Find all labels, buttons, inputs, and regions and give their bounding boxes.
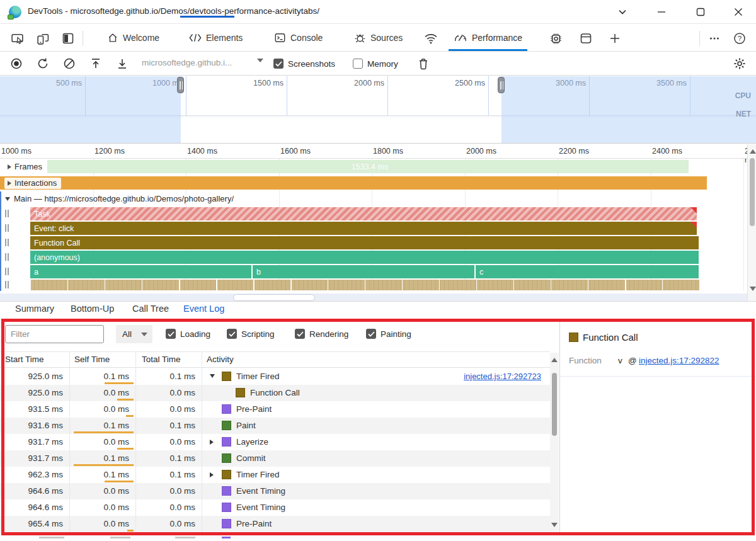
tab-summary[interactable]: Summary [15, 304, 54, 314]
event-log-row[interactable]: 925.0 ms0.1 ms0.1 msTimer Firedinjected.… [0, 368, 550, 385]
event-log-row[interactable]: 931.7 ms0.1 ms0.1 msCommit [0, 450, 550, 467]
tab-welcome[interactable]: Welcome [101, 25, 166, 51]
column-divider[interactable] [202, 351, 202, 532]
column-header-total-time[interactable]: Total Time [142, 355, 181, 364]
tab-sources-label: Sources [370, 33, 403, 43]
column-divider[interactable] [135, 351, 136, 532]
save-profile-button[interactable] [113, 55, 131, 72]
dock-panel-layout-button[interactable] [59, 30, 77, 47]
event-click-bar[interactable]: Event: click [30, 222, 697, 235]
collapsed-arrow-icon[interactable] [210, 440, 214, 445]
device-emulation-button[interactable] [33, 30, 52, 47]
record-button[interactable] [8, 55, 25, 72]
column-header-self-time[interactable]: Self Time [74, 355, 110, 364]
flame-chart[interactable]: 1000 ms1200 ms1400 ms1600 ms1800 ms2000 … [0, 144, 756, 302]
filter-checkbox-scripting[interactable]: Scripting [227, 329, 275, 339]
reload-and-record-button[interactable] [34, 55, 52, 72]
self-time-heat-bar [117, 448, 134, 450]
start-time-cell: 964.6 ms [6, 503, 63, 512]
event-table-scrollbar[interactable] [550, 353, 559, 532]
micro-calls-row[interactable] [30, 280, 699, 290]
event-log-row[interactable]: 965.4 ms0.0 ms0.0 msPre-Paint [0, 516, 550, 532]
function-c-bar[interactable]: c [476, 265, 699, 278]
dock-chevron-button[interactable] [614, 4, 631, 20]
memory-panel-button[interactable] [546, 30, 566, 47]
frame-duration-label: 1533.4 ms [352, 162, 388, 171]
filter-checkbox-painting[interactable]: Painting [366, 329, 411, 339]
collapsed-arrow-icon[interactable] [210, 472, 214, 477]
expanded-arrow-icon[interactable] [210, 374, 215, 378]
self-time-heat-bar [126, 415, 134, 417]
column-divider[interactable] [69, 351, 70, 532]
flame-vertical-scrollbar[interactable] [747, 144, 756, 302]
activity-color-swatch [222, 519, 231, 528]
event-log-row[interactable]: 931.7 ms0.0 ms0.0 msLayerize [0, 434, 550, 450]
source-location-link[interactable]: injected.js:17:292822 [639, 356, 719, 365]
customize-devtools-button[interactable] [704, 30, 724, 47]
scroll-down-icon[interactable] [750, 287, 756, 291]
frames-track-toggle[interactable]: Frames [4, 161, 47, 173]
activity-tabs: SummaryBottom-UpCall TreeEvent Log [0, 302, 756, 319]
filter-checkbox-loading[interactable]: Loading [166, 329, 210, 339]
duration-filter-dropdown[interactable]: All [116, 325, 152, 343]
inspect-element-button[interactable] [8, 30, 26, 47]
frames-track-bar[interactable]: 1533.4 ms [47, 160, 689, 173]
total-time-cell: 0.0 ms [139, 519, 195, 528]
tab-console[interactable]: Console [268, 25, 329, 51]
page-selector-dropdown[interactable]: microsoftedge.github.i... [142, 58, 232, 67]
network-conditions-button[interactable] [421, 30, 441, 47]
function-b-bar[interactable]: b [253, 265, 474, 278]
tab-elements[interactable]: Elements [183, 25, 249, 51]
scroll-down-icon[interactable] [551, 523, 558, 527]
chevron-down-icon [618, 8, 627, 16]
tab-performance[interactable]: Performance [447, 25, 529, 51]
maximize-button[interactable] [692, 4, 709, 20]
selection-handle-right[interactable] [498, 77, 505, 93]
filter-input[interactable] [5, 325, 104, 343]
more-tools-button[interactable] [605, 30, 625, 47]
memory-checkbox[interactable]: Memory [353, 55, 398, 72]
clear-recording-button[interactable] [60, 55, 78, 72]
checkbox-label: Loading [180, 329, 210, 339]
load-profile-button[interactable] [87, 55, 105, 72]
self-time-cell: 0.0 ms [72, 437, 129, 447]
event-log-row[interactable]: 931.6 ms0.1 ms0.1 msPaint [0, 418, 550, 434]
event-log-row[interactable]: 962.3 ms0.1 ms0.1 msTimer Fired [0, 467, 550, 483]
tab-event-log[interactable]: Event Log [183, 304, 224, 314]
screenshots-checkbox[interactable]: Screenshots [273, 55, 335, 72]
column-header-activity[interactable]: Activity [207, 355, 234, 364]
filter-checkbox-rendering[interactable]: Rendering [295, 329, 348, 339]
event-log-row[interactable]: 964.6 ms0.0 ms0.0 msEvent Timing [0, 483, 550, 499]
function-a-bar[interactable]: a [30, 265, 251, 278]
selection-handle-left[interactable] [177, 77, 184, 93]
close-button[interactable] [730, 4, 747, 20]
main-track-toggle[interactable]: Main — https://microsoftedge.github.io/D… [5, 194, 234, 203]
scroll-up-icon[interactable] [750, 149, 756, 154]
column-header-start-time[interactable]: Start Time [5, 355, 44, 364]
function-call-bar[interactable]: Function Call [30, 236, 699, 249]
tab-bottom-up[interactable]: Bottom-Up [71, 304, 114, 314]
event-log-row[interactable]: 931.5 ms0.0 ms0.0 msPre-Paint [0, 401, 550, 418]
application-panel-button[interactable] [576, 30, 596, 47]
scrollbar-thumb[interactable] [233, 294, 315, 301]
source-location-link[interactable]: injected.js:17:292723 [464, 372, 541, 381]
help-button[interactable]: ? [730, 30, 750, 47]
timeline-overview[interactable]: 500 ms1000 ms1500 ms2000 ms2500 ms3000 m… [0, 76, 756, 144]
interactions-track-bar[interactable] [0, 176, 707, 190]
scrollbar-thumb[interactable] [552, 373, 557, 436]
tab-sources[interactable]: Sources [348, 25, 409, 51]
activity-name: Pre-Paint [236, 404, 272, 414]
scrollbar-thumb[interactable] [750, 158, 755, 226]
interactions-track-toggle[interactable]: Interactions [4, 178, 61, 189]
flame-horizontal-scrollbar[interactable] [0, 293, 747, 302]
event-log-row[interactable]: 925.0 ms0.0 ms0.0 msFunction Call [0, 385, 550, 401]
anonymous-bar[interactable]: (anonymous) [30, 251, 699, 264]
tab-call-tree[interactable]: Call Tree [132, 304, 169, 314]
clear-button-trash[interactable] [415, 55, 432, 72]
task-bar[interactable]: Task [30, 207, 697, 220]
event-log-row[interactable]: 964.6 ms0.0 ms0.0 msEvent Timing [0, 499, 550, 516]
capture-settings-button[interactable] [731, 55, 748, 72]
scroll-up-icon[interactable] [551, 358, 558, 362]
minimize-button[interactable] [653, 4, 670, 20]
activity-name: Commit [236, 453, 266, 463]
